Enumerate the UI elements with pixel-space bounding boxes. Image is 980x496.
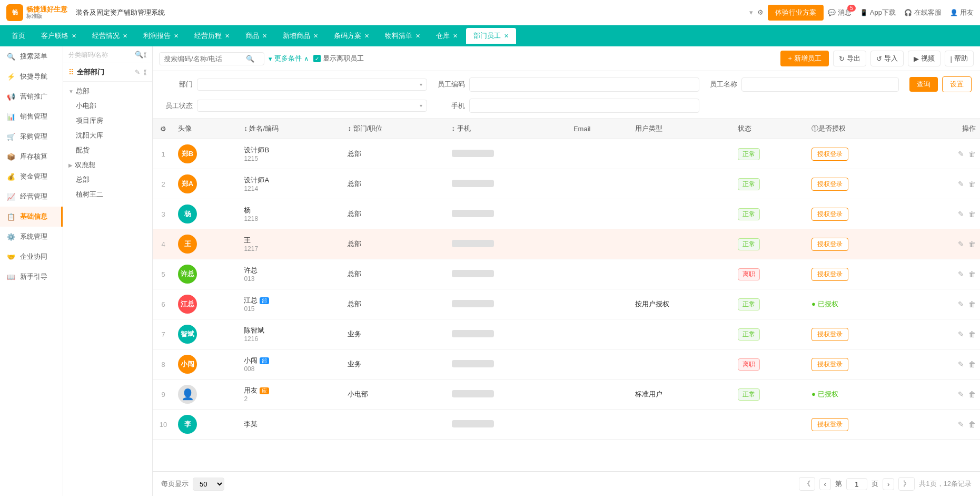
- tab-customer[interactable]: 客户联络 ✕: [34, 28, 84, 44]
- delete-icon[interactable]: 🗑: [968, 420, 976, 429]
- tab-add-goods[interactable]: 新增商品 ✕: [275, 28, 325, 44]
- tab-history[interactable]: 经营历程 ✕: [187, 28, 237, 44]
- dept-node-xiaodibu[interactable]: 小电部: [63, 99, 152, 113]
- auth-login-button[interactable]: 授权登录: [811, 358, 848, 371]
- import-button[interactable]: ↺ 导入: [870, 51, 904, 66]
- export-button[interactable]: ↻ 导出: [833, 51, 866, 66]
- sidebar-item-basic[interactable]: 📋 基础信息: [0, 207, 63, 227]
- first-page-btn[interactable]: 《: [799, 477, 815, 491]
- close-icon[interactable]: ✕: [415, 33, 420, 40]
- filter-status-select[interactable]: ▾: [197, 100, 427, 112]
- sidebar-item-finance[interactable]: 💰 资金管理: [0, 167, 63, 187]
- dept-node-shenyang[interactable]: 沈阳大库: [63, 128, 152, 143]
- sidebar-item-collab[interactable]: 🤝 企业协同: [0, 247, 63, 267]
- delete-icon[interactable]: 🗑: [968, 240, 976, 248]
- dept-node-peihuo[interactable]: 配货: [63, 143, 152, 158]
- empname-input[interactable]: [746, 81, 894, 89]
- delete-icon[interactable]: 🗑: [968, 300, 976, 308]
- sidebar-item-guide[interactable]: 📖 新手引导: [0, 267, 63, 287]
- sidebar-item-nav[interactable]: ⚡ 快捷导航: [0, 66, 63, 86]
- sidebar-item-inventory[interactable]: 📦 库存核算: [0, 147, 63, 167]
- th-name[interactable]: ↕ 姓名/编码: [240, 119, 343, 139]
- sidebar-item-marketing[interactable]: 📢 营销推广: [0, 86, 63, 106]
- close-icon[interactable]: ✕: [453, 33, 458, 40]
- auth-login-button[interactable]: 授权登录: [811, 418, 848, 431]
- tab-barcode[interactable]: 条码方案 ✕: [326, 28, 377, 44]
- edit-icon[interactable]: ✎: [958, 180, 964, 188]
- tab-warehouse[interactable]: 仓库 ✕: [429, 28, 465, 44]
- delete-icon[interactable]: 🗑: [968, 180, 976, 188]
- set-button[interactable]: 设置: [942, 76, 972, 92]
- edit-icon[interactable]: ✎: [958, 240, 964, 248]
- more-filter-btn[interactable]: ▾ 更多条件 ∧: [269, 54, 309, 63]
- edit-icon[interactable]: ✎: [958, 300, 964, 308]
- close-icon[interactable]: ✕: [225, 33, 230, 40]
- user-btn[interactable]: 👤 用友: [950, 8, 974, 17]
- th-settings[interactable]: ⚙: [153, 119, 174, 139]
- dept-all-item[interactable]: ⠿ 全部部门 ✎ ⟪: [63, 63, 152, 82]
- query-button[interactable]: 查询: [909, 77, 938, 92]
- tab-operation[interactable]: 经营情况 ✕: [85, 28, 135, 44]
- add-employee-button[interactable]: + 新增员工: [780, 51, 828, 66]
- filter-empcode-input[interactable]: [469, 77, 699, 92]
- edit-icon[interactable]: ✎: [958, 330, 964, 338]
- phone-input[interactable]: [474, 102, 695, 110]
- tab-goods[interactable]: 商品 ✕: [238, 28, 274, 44]
- auth-login-button[interactable]: 授权登录: [811, 148, 848, 161]
- filter-dept-select[interactable]: ▾: [197, 79, 427, 91]
- tab-profit[interactable]: 利润报告 ✕: [136, 28, 186, 44]
- online-service-btn[interactable]: 🎧 在线客服: [904, 8, 942, 17]
- dept-collapse-icon[interactable]: ⟪: [143, 69, 147, 76]
- close-icon[interactable]: ✕: [123, 33, 127, 40]
- th-phone[interactable]: ↕ 手机: [448, 119, 569, 139]
- tab-bom[interactable]: 物料清单 ✕: [378, 28, 428, 44]
- delete-icon[interactable]: 🗑: [968, 330, 976, 338]
- edit-icon[interactable]: ✎: [958, 270, 964, 278]
- auth-login-button[interactable]: 授权登录: [811, 238, 848, 251]
- delete-icon[interactable]: 🗑: [968, 270, 976, 278]
- sidebar-item-operation[interactable]: 📈 经营管理: [0, 187, 63, 207]
- edit-icon[interactable]: ✎: [958, 420, 964, 429]
- message-btn[interactable]: 💬 消息 5: [828, 8, 852, 17]
- edit-icon[interactable]: ✎: [958, 360, 964, 368]
- sidebar-item-system[interactable]: ⚙️ 系统管理: [0, 227, 63, 247]
- tab-department[interactable]: 部门员工 ✕: [466, 28, 516, 44]
- view-button[interactable]: ▶ 视频: [908, 51, 941, 66]
- app-download-btn[interactable]: 📱 App下载: [860, 8, 896, 17]
- dept-node-zongbu[interactable]: ▼ 总部: [63, 84, 152, 99]
- prev-page-btn[interactable]: ‹: [819, 478, 831, 490]
- auth-login-button[interactable]: 授权登录: [811, 208, 848, 221]
- close-icon[interactable]: ✕: [72, 33, 76, 40]
- next-page-btn[interactable]: ›: [883, 478, 894, 490]
- auth-login-button[interactable]: 授权登录: [811, 268, 848, 281]
- help-button[interactable]: | 帮助: [945, 51, 974, 66]
- close-icon[interactable]: ✕: [364, 33, 369, 40]
- last-page-btn[interactable]: 》: [898, 477, 915, 491]
- edit-icon[interactable]: ✎: [958, 150, 964, 158]
- delete-icon[interactable]: 🗑: [968, 390, 976, 398]
- page-size-select[interactable]: 50 20 100: [193, 478, 224, 491]
- delete-icon[interactable]: 🗑: [968, 360, 976, 368]
- filter-empname-input[interactable]: [741, 77, 899, 92]
- filter-phone-input[interactable]: [469, 99, 699, 113]
- sidebar-item-sales[interactable]: 📊 销售管理: [0, 106, 63, 127]
- close-icon[interactable]: ✕: [313, 33, 318, 40]
- sidebar-item-search[interactable]: 🔍 搜索菜单: [0, 46, 63, 66]
- close-icon[interactable]: ✕: [262, 33, 267, 40]
- empcode-input[interactable]: [474, 81, 695, 89]
- edit-icon[interactable]: ✎: [958, 390, 964, 398]
- close-icon[interactable]: ✕: [504, 33, 509, 40]
- dept-node-xiangmu[interactable]: 项目库房: [63, 113, 152, 128]
- close-icon[interactable]: ✕: [174, 33, 179, 40]
- settings-icon[interactable]: ⚙: [757, 8, 764, 16]
- tab-home[interactable]: 首页: [4, 28, 33, 44]
- page-input[interactable]: [846, 478, 867, 490]
- th-dept[interactable]: ↕ 部门/职位: [343, 119, 447, 139]
- collapse-button[interactable]: ⟪: [143, 51, 147, 59]
- dept-edit-icon[interactable]: ✎: [135, 69, 140, 76]
- delete-icon[interactable]: 🗑: [968, 150, 976, 158]
- delete-icon[interactable]: 🗑: [968, 210, 976, 218]
- trial-button[interactable]: 体验行业方案: [768, 5, 824, 21]
- auth-login-button[interactable]: 授权登录: [811, 328, 848, 341]
- dropdown-arrow[interactable]: ▾: [749, 8, 753, 16]
